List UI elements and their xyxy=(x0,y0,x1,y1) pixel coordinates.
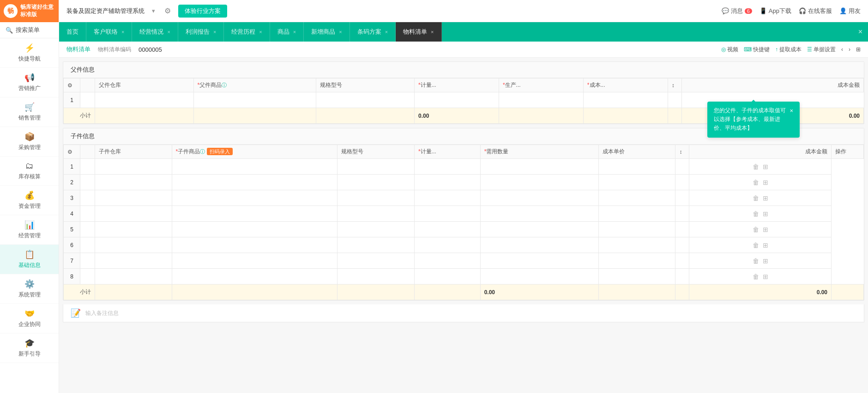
child-row-5-needed[interactable] xyxy=(414,222,480,237)
child-row-7-quantity-unit[interactable] xyxy=(338,253,415,269)
parent-row-1-production[interactable] xyxy=(415,92,499,108)
child-row-1-warehouse[interactable] xyxy=(80,159,95,175)
child-row-2-product[interactable] xyxy=(95,175,172,190)
child-row-6-product[interactable] xyxy=(95,237,172,253)
child-row-2-unit-cost[interactable] xyxy=(480,175,598,190)
sidebar-item-basic[interactable]: 📋 基础信息 xyxy=(0,245,59,274)
child-row-1-quantity-unit[interactable] xyxy=(338,159,415,175)
child-row-6-warehouse[interactable] xyxy=(80,237,95,253)
user-button[interactable]: 👤 用友 xyxy=(839,7,861,15)
child-row-5-unit-cost[interactable] xyxy=(480,222,598,237)
tab-operations[interactable]: 经营情况 × xyxy=(132,22,178,42)
delete-icon[interactable]: 🗑 xyxy=(753,194,759,202)
delete-icon[interactable]: 🗑 xyxy=(753,226,759,233)
tab-profit[interactable]: 利润报告 × xyxy=(178,22,224,42)
tab-close-icon[interactable]: × xyxy=(339,29,342,35)
sidebar-item-guide[interactable]: 🎓 新手引导 xyxy=(0,333,59,363)
tooltip-close-button[interactable]: × xyxy=(790,106,793,116)
child-row-8-quantity-unit[interactable] xyxy=(338,269,415,284)
child-row-4-spec[interactable] xyxy=(172,206,338,222)
child-row-5-product[interactable] xyxy=(95,222,172,237)
child-row-8-spec[interactable] xyxy=(172,269,338,284)
delete-icon[interactable]: 🗑 xyxy=(753,242,759,249)
copy-icon[interactable]: ⊞ xyxy=(763,179,768,186)
sidebar-item-collab[interactable]: 🤝 企业协同 xyxy=(0,304,59,333)
gear-icon[interactable]: ⚙ xyxy=(164,6,171,15)
child-row-6-needed[interactable] xyxy=(414,237,480,253)
child-row-2-spec[interactable] xyxy=(172,175,338,190)
tab-history[interactable]: 经营历程 × xyxy=(224,22,270,42)
child-row-8-needed[interactable] xyxy=(414,269,480,284)
parent-row-1-cost[interactable] xyxy=(499,92,583,108)
child-row-1-spec[interactable] xyxy=(172,159,338,175)
tab-close-icon[interactable]: × xyxy=(259,29,262,35)
child-row-4-warehouse[interactable] xyxy=(80,206,95,222)
child-row-7-warehouse[interactable] xyxy=(80,253,95,269)
tab-close-icon[interactable]: × xyxy=(431,29,434,35)
child-row-3-warehouse[interactable] xyxy=(80,190,95,206)
nav-next[interactable]: › xyxy=(849,46,850,53)
copy-icon[interactable]: ⊞ xyxy=(763,226,768,233)
child-row-3-product[interactable] xyxy=(95,190,172,206)
parent-col-setting[interactable]: ⚙ xyxy=(64,79,80,92)
child-row-2-warehouse[interactable] xyxy=(80,175,95,190)
child-col-setting[interactable]: ⚙ xyxy=(64,145,80,159)
message-button[interactable]: 💬 消息 6 xyxy=(722,7,752,15)
parent-row-1-spec[interactable] xyxy=(193,92,316,108)
grid-view[interactable]: ⊞ xyxy=(856,46,861,53)
tab-close-icon[interactable]: × xyxy=(121,29,124,35)
child-row-1-unit-cost[interactable] xyxy=(480,159,598,175)
copy-icon[interactable]: ⊞ xyxy=(763,163,768,170)
app-download-button[interactable]: 📱 App下载 xyxy=(760,7,791,15)
tab-home[interactable]: 首页 xyxy=(59,22,86,42)
child-row-4-needed[interactable] xyxy=(414,206,480,222)
delete-icon[interactable]: 🗑 xyxy=(753,163,759,170)
child-row-3-needed[interactable] xyxy=(414,190,480,206)
close-all-tabs[interactable]: × xyxy=(853,28,868,36)
tab-products[interactable]: 商品 × xyxy=(270,22,304,42)
copy-icon[interactable]: ⊞ xyxy=(763,257,768,265)
search-menu[interactable]: 🔍 搜索菜单 xyxy=(0,22,59,38)
delete-icon[interactable]: 🗑 xyxy=(753,273,759,280)
child-row-1-needed[interactable] xyxy=(414,159,480,175)
sidebar-item-operation[interactable]: 📊 经营管理 xyxy=(0,215,59,245)
tab-new-products[interactable]: 新增商品 × xyxy=(304,22,350,42)
delete-icon[interactable]: 🗑 xyxy=(753,257,759,265)
delete-icon[interactable]: 🗑 xyxy=(753,210,759,218)
child-row-6-quantity-unit[interactable] xyxy=(338,237,415,253)
child-row-2-needed[interactable] xyxy=(414,175,480,190)
child-row-8-warehouse[interactable] xyxy=(80,269,95,284)
child-row-4-quantity-unit[interactable] xyxy=(338,206,415,222)
child-row-5-spec[interactable] xyxy=(172,222,338,237)
sidebar-item-marketing[interactable]: 📢 营销推广 xyxy=(0,68,59,97)
trial-button[interactable]: 体验行业方案 xyxy=(178,5,227,18)
scan-badge[interactable]: 扫码录入 xyxy=(207,148,233,155)
copy-icon[interactable]: ⊞ xyxy=(763,210,768,218)
child-row-2-quantity-unit[interactable] xyxy=(338,175,415,190)
parent-row-1-warehouse[interactable] xyxy=(80,92,95,108)
tab-close-icon[interactable]: × xyxy=(167,29,170,35)
sidebar-item-purchase[interactable]: 📦 采购管理 xyxy=(0,127,59,157)
online-service-button[interactable]: 🎧 在线客服 xyxy=(799,7,832,15)
tab-barcode[interactable]: 条码方案 × xyxy=(350,22,396,42)
copy-icon[interactable]: ⊞ xyxy=(763,242,768,249)
action-cost[interactable]: ↑ 提取成本 xyxy=(775,46,802,54)
child-row-1-product[interactable] xyxy=(95,159,172,175)
action-settings[interactable]: ☰ 单据设置 xyxy=(807,46,836,54)
copy-icon[interactable]: ⊞ xyxy=(763,194,768,202)
child-row-5-warehouse[interactable] xyxy=(80,222,95,237)
note-placeholder[interactable]: 输入备注信息 xyxy=(85,309,119,317)
copy-icon[interactable]: ⊞ xyxy=(763,273,768,280)
parent-row-1-product[interactable] xyxy=(95,92,194,108)
child-row-4-unit-cost[interactable] xyxy=(480,206,598,222)
child-row-4-product[interactable] xyxy=(95,206,172,222)
child-row-8-unit-cost[interactable] xyxy=(480,269,598,284)
child-row-3-unit-cost[interactable] xyxy=(480,190,598,206)
child-row-8-product[interactable] xyxy=(95,269,172,284)
sidebar-item-sales[interactable]: 🛒 销售管理 xyxy=(0,97,59,127)
child-row-5-quantity-unit[interactable] xyxy=(338,222,415,237)
tab-customers[interactable]: 客户联络 × xyxy=(86,22,132,42)
child-row-3-spec[interactable] xyxy=(172,190,338,206)
sidebar-item-inventory[interactable]: 🗂 库存核算 xyxy=(0,157,59,186)
child-row-6-unit-cost[interactable] xyxy=(480,237,598,253)
